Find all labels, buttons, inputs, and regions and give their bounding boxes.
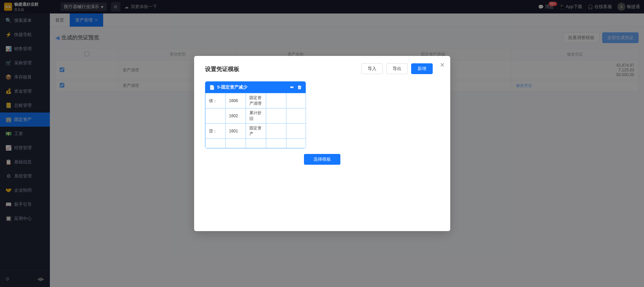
entry-code-3: 1601 xyxy=(225,124,246,139)
delete-template-icon[interactable]: 🗑 xyxy=(297,85,302,90)
entry-direction-4 xyxy=(205,139,225,148)
entry-direction-3: 贷： xyxy=(205,124,225,139)
dialog-toolbar: 导入 导出 新增 xyxy=(361,63,433,74)
entry-name-3: 固定资产 xyxy=(246,124,266,139)
entry-credit-3 xyxy=(286,124,306,139)
entry-name-1: 固定资产清理 xyxy=(246,93,266,108)
entry-code-4 xyxy=(225,139,246,148)
entry-direction-2 xyxy=(205,108,225,124)
entry-debit-3 xyxy=(266,124,286,139)
entry-debit-2 xyxy=(266,108,286,124)
export-button[interactable]: 导出 xyxy=(386,63,408,74)
entry-code-1: 1606 xyxy=(225,93,246,108)
entry-credit-4 xyxy=(286,139,306,148)
template-header-left: 📄 5-固定资产减少 xyxy=(209,84,248,90)
template-card: 📄 5-固定资产减少 ✏ 🗑 借： 1606 固定资产清理 xyxy=(205,81,306,149)
dialog-close-button[interactable]: ✕ xyxy=(440,61,445,69)
entry-debit-1 xyxy=(266,93,286,108)
template-entries-table: 借： 1606 固定资产清理 1602 累计折旧 贷： xyxy=(205,93,306,148)
entry-direction-1: 借： xyxy=(205,93,225,108)
entry-debit-4 xyxy=(266,139,286,148)
entry-credit-2 xyxy=(286,108,306,124)
template-doc-icon: 📄 xyxy=(209,85,215,90)
dialog-overlay: 设置凭证模板 导入 导出 新增 ✕ 📄 5-固定资产减少 ✏ 🗑 xyxy=(0,0,644,287)
template-card-header: 📄 5-固定资产减少 ✏ 🗑 xyxy=(205,82,306,93)
entry-name-2: 累计折旧 xyxy=(246,108,266,124)
entry-name-4 xyxy=(246,139,266,148)
template-row-4 xyxy=(205,139,306,148)
select-template-button[interactable]: 选择模板 xyxy=(304,154,340,165)
template-row-1: 借： 1606 固定资产清理 xyxy=(205,93,306,108)
voucher-template-dialog: 设置凭证模板 导入 导出 新增 ✕ 📄 5-固定资产减少 ✏ 🗑 xyxy=(194,56,450,231)
edit-template-icon[interactable]: ✏ xyxy=(290,85,294,90)
new-template-button[interactable]: 新增 xyxy=(411,63,433,74)
template-name: 5-固定资产减少 xyxy=(217,84,248,90)
entry-credit-1 xyxy=(286,93,306,108)
template-header-actions: ✏ 🗑 xyxy=(290,85,302,90)
entry-code-2: 1602 xyxy=(225,108,246,124)
template-row-3: 贷： 1601 固定资产 xyxy=(205,124,306,139)
import-button[interactable]: 导入 xyxy=(361,63,383,74)
template-row-2: 1602 累计折旧 xyxy=(205,108,306,124)
